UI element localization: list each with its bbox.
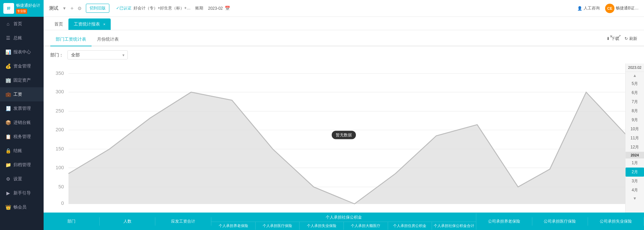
sidebar-item-invoice[interactable]: 🧾 发票管理 [0,101,44,116]
col-company-unemployment: 公司承担失业保险 [588,217,644,226]
assets-icon: 🏢 [5,78,11,83]
chart-svg: 350 300 250 200 150 100 50 0 [50,67,641,209]
guide-icon: ▶ [5,190,11,196]
date-nav-down[interactable]: ▼ [626,195,644,202]
sidebar-item-label: 报表中心 [13,49,31,55]
date-item-may[interactable]: 5月 [626,79,644,88]
topbar-gear-btn[interactable]: ⚙ [77,6,82,11]
vip-icon: 👑 [5,204,11,210]
popup-controls: × ⤢ [605,30,625,42]
close-popup-btn[interactable]: × [608,33,614,40]
sidebar-item-label: 进销台账 [13,120,31,126]
sidebar-item-label: 税务管理 [13,134,31,140]
col-group-label: 个人承担社保公积金 [211,213,476,222]
purchase-icon: 📦 [5,120,11,125]
tabbar: 首页 工资统计报表 × [44,17,644,30]
sidebar-item-label: 结账 [13,148,22,154]
svg-text:250: 250 [56,108,64,114]
support-item[interactable]: 👤 人工咨询 [577,5,600,11]
calendar-icon[interactable]: 📅 [225,6,230,11]
col-major-medical: 个人承担大额医疗 [344,222,388,230]
funds-icon: 💰 [5,63,11,69]
subtabs: 部门工资统计表 月份统计表 ⬇ 下载 ↻ 刷新 [44,30,644,46]
date-item-oct[interactable]: 10月 [626,125,644,134]
tab-salary-report-label: 工资统计报表 [74,21,100,27]
date-item-jul[interactable]: 7月 [626,97,644,106]
sidebar-item-salary[interactable]: 💼 工资 [0,87,44,101]
date-item-dec[interactable]: 12月 [626,143,644,152]
subtab-department[interactable]: 部门工资统计表 [50,34,92,46]
home-icon: ⌂ [5,21,11,27]
sidebar-item-reports[interactable]: 📊 报表中心 [0,45,44,59]
date-item-apr[interactable]: 4月 [626,186,644,195]
avatar: CE [605,4,614,13]
sidebar-logo: 好 畅捷通好会计 专业版 [0,0,44,17]
svg-text:0: 0 [61,200,64,206]
svg-text:300: 300 [56,89,64,95]
department-filter-wrap: 全部 销售部 财务部 技术部 行政部 ▼ [67,50,128,59]
user-item[interactable]: CE 畅捷通B证… [605,4,639,13]
svg-text:350: 350 [56,71,64,76]
tab-home-label: 首页 [54,21,63,27]
filter-label: 部门： [50,52,63,58]
sidebar-item-label: 首页 [13,21,22,27]
svg-text:200: 200 [56,127,64,132]
col-housing-fund: 个人承担住房公积金 [388,222,432,230]
logo-icon: 好 [3,3,14,14]
date-item-aug[interactable]: 8月 [626,106,644,116]
col-pension: 个人承担养老保险 [211,222,256,230]
sidebar-item-label: 归档管理 [13,162,31,168]
date-item-nov[interactable]: 11月 [626,134,644,143]
sidebar-item-settings[interactable]: ⚙ 设置 [0,172,44,186]
sidebar-item-home[interactable]: ⌂ 首页 [0,17,44,31]
sidebar: 好 畅捷通好会计 专业版 ⌂ 首页 ☰ 总账 📊 报表中心 💰 资金管理 🏢 固… [0,0,44,230]
sidebar-item-ledger[interactable]: ☰ 总账 [0,31,44,45]
date-item-feb[interactable]: 2月 [626,168,644,177]
sidebar-item-vip[interactable]: 👑 畅会员 [0,200,44,214]
switch-old-version-button[interactable]: 切到旧版 [86,4,109,13]
subtab-monthly[interactable]: 月份统计表 [92,34,124,46]
topbar-right: 👤 人工咨询 CE 畅捷通B证… [577,4,639,13]
period-label: 账期 [195,5,203,11]
date-year-2024: 2024 [626,152,644,158]
refresh-btn[interactable]: ↻ 刷新 [625,36,637,42]
svg-text:100: 100 [56,165,64,170]
sidebar-item-guide[interactable]: ▶ 新手引导 [0,186,44,200]
topbar: 测试 ▼ + ⚙ 切到旧版 ✓已认证 好会计（专）+好生意（标）+… 账期 20… [44,0,644,17]
tab-close-btn[interactable]: × [103,22,105,26]
sidebar-item-label: 总账 [13,35,22,41]
topbar-dropdown-arrow[interactable]: ▼ [62,6,66,11]
svg-text:150: 150 [56,146,64,151]
department-select[interactable]: 全部 销售部 财务部 技术部 行政部 [67,50,128,59]
sidebar-item-archive[interactable]: 📁 归档管理 [0,158,44,172]
col-social-total: 个人承担社保公积金合计 [432,222,476,230]
period-value: 2023-02 [208,6,223,11]
tab-salary-report[interactable]: 工资统计报表 × [68,18,111,30]
sidebar-item-assets[interactable]: 🏢 固定资产 [0,73,44,87]
sidebar-item-label: 畅会员 [13,204,26,210]
sidebar-item-closing[interactable]: 🔒 结账 [0,144,44,158]
table-header: 部门 人数 应发工资合计 个人承担社保公积金 个人承担养老保险 个人承担医疗保险… [44,213,644,230]
sidebar-nav: ⌂ 首页 ☰ 总账 📊 报表中心 💰 资金管理 🏢 固定资产 💼 工资 🧾 发票… [0,17,44,230]
sidebar-item-label: 设置 [13,176,22,182]
sidebar-item-purchase[interactable]: 📦 进销台账 [0,116,44,130]
date-item-jun[interactable]: 6月 [626,88,644,97]
logo-badge: 专业版 [16,9,27,14]
sidebar-item-funds[interactable]: 💰 资金管理 [0,59,44,73]
date-item-jan[interactable]: 1月 [626,158,644,168]
date-nav-up[interactable]: ▲ [626,72,644,79]
ledger-icon: ☰ [5,35,11,41]
refresh-label: 刷新 [629,36,637,42]
reports-icon: 📊 [5,49,11,55]
col-department: 部门 [44,217,100,226]
topbar-add-btn[interactable]: + [70,5,73,11]
col-medical: 个人承担医疗保险 [256,222,300,230]
archive-icon: 📁 [5,162,11,168]
date-item-mar[interactable]: 3月 [626,177,644,186]
date-item-sep[interactable]: 9月 [626,116,644,125]
support-icon: 👤 [577,6,582,11]
salary-icon: 💼 [5,92,11,97]
expand-popup-btn[interactable]: ⤢ [616,33,623,40]
sidebar-item-tax[interactable]: 📋 税务管理 [0,130,44,144]
tab-home[interactable]: 首页 [49,18,68,30]
